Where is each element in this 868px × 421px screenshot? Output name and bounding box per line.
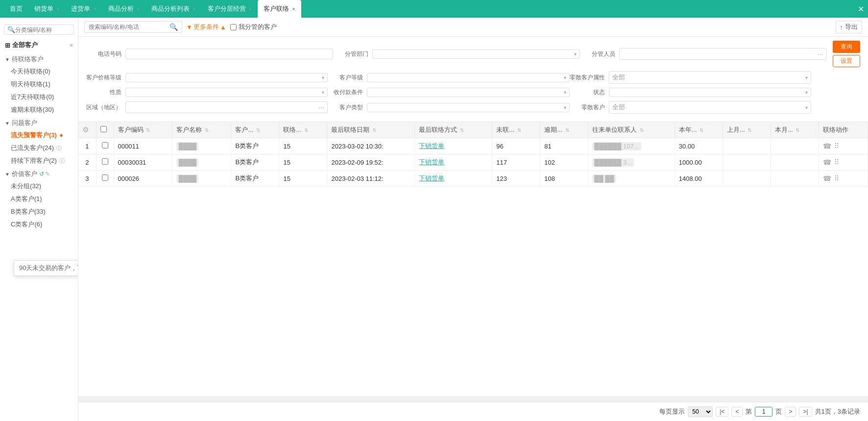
col-name-header[interactable]: 客户名称 ⇅ (172, 122, 231, 138)
row-lastmethod[interactable]: 下销货单 (415, 154, 492, 171)
row-checkbox[interactable] (96, 154, 114, 171)
contact-icon[interactable]: ☎ (823, 174, 831, 182)
sidebar-item-class-c[interactable]: C类客户(6) (0, 218, 78, 231)
sidebar-item-class-a[interactable]: A类客户(1) (0, 193, 78, 205)
col-thismonth-header[interactable]: 本月... ⇅ (771, 122, 819, 138)
sort-icon-8[interactable]: ⇅ (565, 127, 569, 133)
row-action[interactable]: ☎⠿ (819, 138, 868, 154)
sort-icon-4[interactable]: ⇅ (304, 127, 308, 133)
contact-icon[interactable]: ☎ (823, 142, 831, 150)
col-thisyear-header[interactable]: 本年... ⇅ (675, 122, 723, 138)
next-page-button[interactable]: > (785, 407, 796, 417)
filter-retail-attr-select[interactable]: 全部 ▾ (609, 71, 811, 84)
sidebar-item-overdue[interactable]: 逾期未联络(30) (0, 103, 78, 116)
per-page-select[interactable]: 50 100 200 (688, 406, 713, 417)
sidebar-section-pending[interactable]: ▼ 待联络客户 (0, 52, 78, 65)
filter-retail-customer-select[interactable]: 全部 ▾ (609, 101, 811, 114)
more-action-icon[interactable]: ⠿ (834, 174, 839, 182)
row-action[interactable]: ☎⠿ (819, 171, 868, 187)
value-refresh-icon[interactable]: ↺ (39, 171, 44, 177)
more-dots-icon[interactable]: ··· (818, 50, 823, 58)
tab-product-analysis[interactable]: 商品分析 × (102, 0, 145, 18)
row-action[interactable]: ☎⠿ (819, 154, 868, 171)
export-button[interactable]: ↑ 导出 (836, 21, 863, 33)
search-button[interactable]: 🔍 (169, 23, 178, 31)
more-action-icon[interactable]: ⠿ (834, 142, 839, 150)
sort-icon-11[interactable]: ⇅ (747, 127, 751, 133)
tab-purchase[interactable]: 进货单 × (65, 0, 102, 18)
sidebar-search-box[interactable]: 🔍 (4, 25, 74, 35)
last-method-link[interactable]: 下销货单 (419, 158, 444, 166)
col-code-header[interactable]: 客户编码 ⇅ (114, 122, 172, 138)
my-customers-checkbox[interactable]: 我分管的客户 (230, 23, 277, 31)
tab-close-purchase[interactable]: × (93, 6, 96, 12)
row-checkbox[interactable] (96, 138, 114, 154)
tab-close-sales[interactable]: × (56, 6, 59, 12)
horizontal-scrollbar[interactable] (78, 396, 868, 402)
sidebar-item-declining[interactable]: 持续下滑客户(2) ⓘ (0, 154, 78, 167)
sort-icon-7[interactable]: ⇅ (517, 127, 521, 133)
col-lastmonth-header[interactable]: 上月... ⇅ (723, 122, 771, 138)
filter-phone-input[interactable] (125, 49, 333, 59)
my-customers-check-input[interactable] (230, 24, 237, 30)
sidebar-item-tomorrow[interactable]: 明天待联络(1) (0, 78, 78, 91)
sidebar-search-input[interactable] (15, 26, 71, 33)
sort-icon[interactable]: ⇅ (146, 127, 150, 133)
col-contactperson-header[interactable]: 往来单位联系人 ⇅ (588, 122, 675, 138)
sidebar-item-churn-warning[interactable]: 流失预警客户(3) ● (0, 129, 78, 142)
tab-home[interactable]: 首页 (4, 0, 28, 18)
contact-icon[interactable]: ☎ (823, 158, 831, 166)
row-checkbox[interactable] (96, 171, 114, 187)
col-lastmethod-header[interactable]: 最后联络方式 ⇅ (415, 122, 492, 138)
col-nocontact-header[interactable]: 未联... ⇅ (492, 122, 540, 138)
tab-customer-layer[interactable]: 客户分层经营 × (202, 0, 258, 18)
current-page-input[interactable] (755, 407, 772, 417)
settings-button[interactable]: 设置 (833, 55, 860, 67)
sort-icon-6[interactable]: ⇅ (460, 127, 464, 133)
sort-icon-10[interactable]: ⇅ (699, 127, 703, 133)
filter-dept-select[interactable]: ▾ (372, 50, 580, 59)
sidebar-collapse-button[interactable]: « (70, 42, 73, 49)
sidebar-item-class-b[interactable]: B类客户(33) (0, 205, 78, 218)
tab-product-list[interactable]: 商品分析列表 × (145, 0, 201, 18)
filter-price-grade-select[interactable]: ▾ (125, 73, 328, 82)
query-button[interactable]: 查询 (833, 41, 860, 53)
sort-icon-5[interactable]: ⇅ (372, 127, 376, 133)
filter-payment-select[interactable]: ▾ (367, 88, 569, 97)
more-conditions-button[interactable]: ▼ 更多条件 ▲ (186, 23, 226, 31)
tab-sales[interactable]: 销货单 × (28, 0, 65, 18)
sort-icon-12[interactable]: ⇅ (796, 127, 799, 133)
col-type-header[interactable]: 客户... ⇅ (231, 122, 279, 138)
search-input[interactable] (89, 24, 169, 30)
window-close-button[interactable]: ✕ (858, 4, 864, 14)
tab-close-product-analysis[interactable]: × (137, 6, 140, 12)
select-all-checkbox[interactable] (100, 126, 107, 132)
settings-gear-icon[interactable]: ⚙ (82, 125, 89, 134)
sidebar-item-today[interactable]: 今天待联络(0) (0, 65, 78, 78)
col-check-header[interactable] (96, 122, 114, 138)
filter-customer-type-select[interactable]: ▾ (367, 103, 569, 112)
tab-close-product-list[interactable]: × (193, 6, 195, 12)
more-action-icon[interactable]: ⠿ (834, 158, 839, 166)
value-edit-icon[interactable]: ✎ (45, 171, 50, 177)
tab-customer-contact[interactable]: 客户联络 × (258, 0, 301, 18)
filter-person-select[interactable]: ··· (619, 48, 827, 60)
tab-close-customer-contact[interactable]: × (292, 6, 295, 12)
filter-nature-select[interactable]: ▾ (125, 88, 328, 97)
tab-close-customer-layer[interactable]: × (249, 6, 252, 12)
col-overdue-header[interactable]: 逾期... ⇅ (540, 122, 588, 138)
more-dots-icon-2[interactable]: ··· (319, 103, 325, 111)
sidebar-item-churned[interactable]: 已流失客户(24) ⓘ (0, 142, 78, 154)
last-page-button[interactable]: >| (799, 407, 812, 417)
filter-status-select[interactable]: ▾ (609, 88, 811, 97)
last-method-link[interactable]: 下销货单 (419, 174, 444, 182)
last-method-link[interactable]: 下销货单 (419, 142, 444, 149)
row-lastmethod[interactable]: 下销货单 (415, 138, 492, 154)
col-contact-header[interactable]: 联络... ⇅ (279, 122, 327, 138)
sort-icon-2[interactable]: ⇅ (205, 127, 209, 133)
row-lastmethod[interactable]: 下销货单 (415, 171, 492, 187)
sidebar-all-customers[interactable]: ⊞ 全部客户 « (0, 38, 78, 52)
col-lastdate-header[interactable]: 最后联络日期 ⇅ (327, 122, 415, 138)
filter-region-select[interactable]: ··· (125, 101, 328, 113)
sidebar-item-ungroup[interactable]: 未分组(32) (0, 180, 78, 193)
